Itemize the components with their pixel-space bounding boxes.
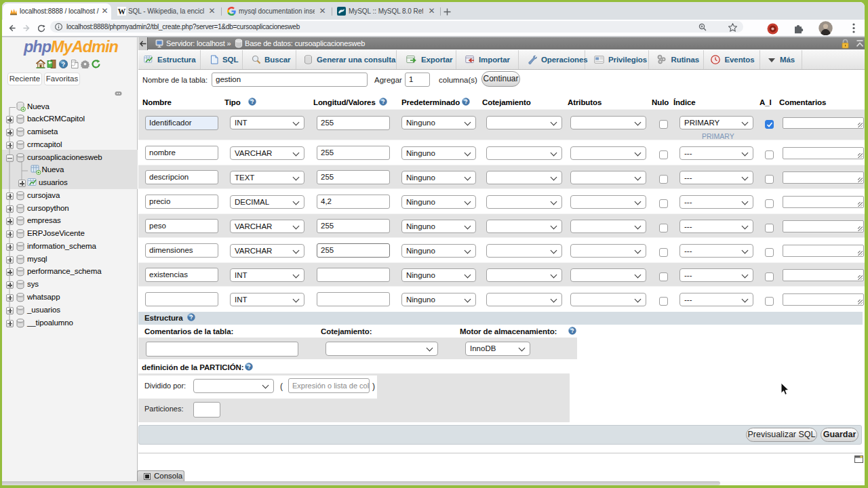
svg-text:W: W — [118, 7, 126, 16]
svg-text:?: ? — [62, 60, 66, 68]
